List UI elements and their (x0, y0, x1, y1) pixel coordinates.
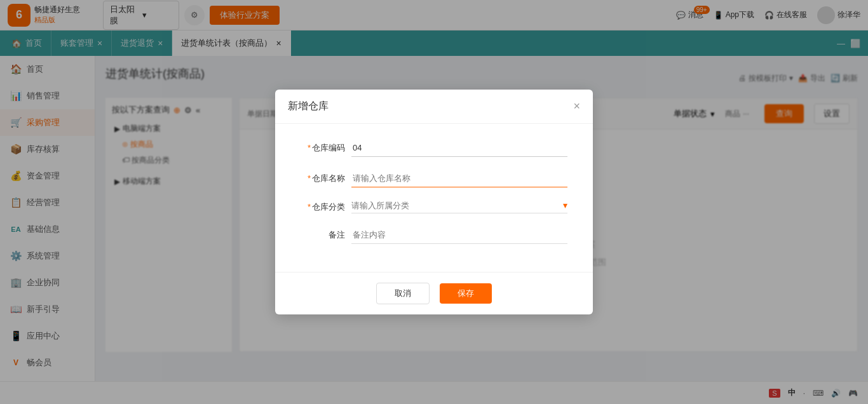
code-label: *仓库编码 (301, 142, 345, 154)
remark-input[interactable] (351, 226, 567, 244)
category-select[interactable]: ▾ (351, 200, 567, 213)
content-area: 进货单统计(按商品) 🖨 按模板打印 ▾ 📤 导出 🔄 刷新 (95, 56, 868, 404)
modal-footer: 取消 保存 (275, 272, 593, 314)
category-dropdown-icon: ▾ (563, 200, 567, 210)
form-row-remark: 备注 (301, 226, 567, 244)
required-code: * (308, 143, 311, 152)
modal-title: 新增仓库 (288, 100, 329, 113)
modal-overlay: 新增仓库 × *仓库编码 *仓库名称 (95, 56, 868, 404)
form-row-code: *仓库编码 (301, 139, 567, 157)
required-category: * (308, 202, 311, 212)
name-label: *仓库名称 (301, 173, 345, 184)
form-row-category: *仓库分类 ▾ (301, 200, 567, 213)
main-layout: 🏠 首页 📊 销售管理 🛒 采购管理 📦 库存核算 💰 资金管理 📋 经营管理 … (0, 56, 868, 404)
name-input[interactable] (351, 170, 567, 187)
remark-label: 备注 (301, 229, 345, 241)
cancel-button[interactable]: 取消 (376, 283, 430, 304)
modal-body: *仓库编码 *仓库名称 *仓库分类 (275, 124, 593, 272)
code-input[interactable] (351, 139, 567, 157)
required-name: * (308, 173, 311, 183)
new-warehouse-modal: 新增仓库 × *仓库编码 *仓库名称 (275, 90, 593, 314)
save-button[interactable]: 保存 (440, 283, 492, 304)
modal-header: 新增仓库 × (275, 90, 593, 124)
modal-close-button[interactable]: × (573, 100, 580, 113)
category-label: *仓库分类 (301, 201, 345, 213)
form-row-name: *仓库名称 (301, 170, 567, 187)
category-input[interactable] (351, 201, 563, 210)
